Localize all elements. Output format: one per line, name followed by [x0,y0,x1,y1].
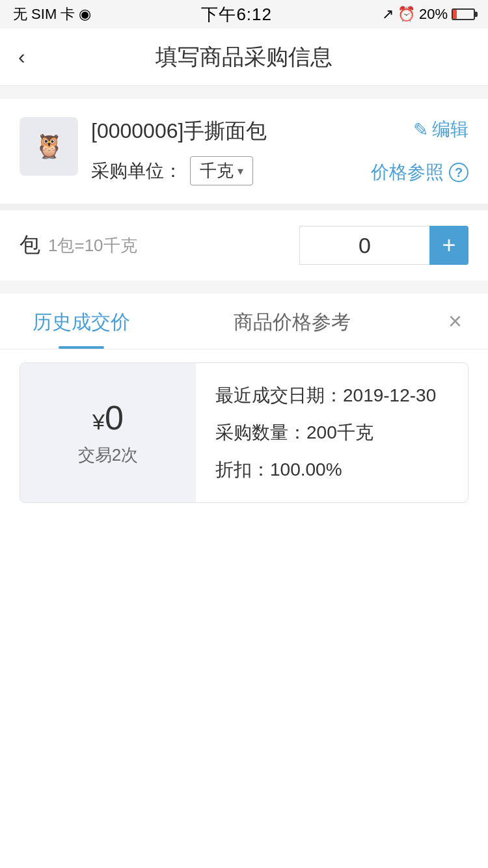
product-logo-icon: 🦉 [34,133,64,160]
history-card-wrapper: ¥0 交易2次 最近成交日期：2019-12-30 采购数量：200千克 折扣：… [0,349,488,516]
status-left: 无 SIM 卡 ◉ [13,5,91,24]
history-price-display: ¥0 [92,398,124,437]
quantity-plus-button[interactable]: + [429,226,468,265]
product-image: 🦉 [20,117,78,176]
edit-button[interactable]: ✎ 编辑 [413,117,468,142]
status-bar: 无 SIM 卡 ◉ 下午6:12 ↗ ⏰ 20% [0,0,488,29]
tab-history-price[interactable]: 历史成交价 [20,293,143,349]
recent-date-label: 最近成交日期： [215,385,343,405]
back-button[interactable]: ‹ [18,45,25,69]
recent-date-value: 2019-12-30 [343,385,436,405]
history-price-left: ¥0 交易2次 [20,363,196,502]
price-value: 0 [105,399,124,437]
currency-symbol: ¥ [92,409,105,434]
quantity-input-group: + [299,226,468,265]
price-ref-button[interactable]: 价格参照 [371,160,444,185]
product-header: 🦉 [0000006]手撕面包 采购单位： 千克 ▾ ✎ 编辑 价格参照 [20,117,468,185]
status-time: 下午6:12 [201,3,272,26]
quantity-conversion: 1包=10千克 [48,234,137,257]
battery-percent: 20% [419,6,448,23]
main-content-area [0,516,488,868]
product-info: [0000006]手撕面包 采购单位： 千克 ▾ [91,117,267,185]
battery-icon [452,8,475,20]
edit-label: 编辑 [432,117,468,142]
history-details-right: 最近成交日期：2019-12-30 采购数量：200千克 折扣：100.00% [196,363,468,502]
location-icon: ↗ [382,6,394,23]
history-card: ¥0 交易2次 最近成交日期：2019-12-30 采购数量：200千克 折扣：… [20,362,468,503]
unit-label: 采购单位： [91,159,182,183]
product-name: [0000006]手撕面包 [91,117,267,146]
purchase-qty-value: 200千克 [306,422,373,442]
recent-date-line: 最近成交日期：2019-12-30 [215,383,448,408]
purchase-qty-label: 采购数量： [215,422,306,442]
quantity-left: 包 1包=10千克 [20,231,137,260]
quantity-input[interactable] [299,226,429,265]
alarm-icon: ⏰ [398,6,415,23]
unit-dropdown[interactable]: 千克 ▾ [190,156,253,185]
discount-line: 折扣：100.00% [215,457,448,482]
product-unit-row: 采购单位： 千克 ▾ [91,156,267,185]
price-ref-row: 价格参照 ? [371,160,468,185]
page-title: 填写商品采购信息 [156,42,332,72]
tab-close-button[interactable]: × [442,308,468,335]
tab-product-price-ref[interactable]: 商品价格参考 [221,293,364,349]
discount-label: 折扣： [215,459,270,480]
quantity-row: 包 1包=10千克 + [0,210,488,280]
product-left: 🦉 [0000006]手撕面包 采购单位： 千克 ▾ [20,117,267,185]
nav-bar: ‹ 填写商品采购信息 [0,29,488,86]
section-divider [0,204,488,210]
tabs-header: 历史成交价 商品价格参考 × [0,293,488,349]
transaction-count: 交易2次 [78,444,138,467]
product-card: 🦉 [0000006]手撕面包 采购单位： 千克 ▾ ✎ 编辑 价格参照 [0,99,488,204]
discount-value: 100.00% [270,459,342,480]
chevron-down-icon: ▾ [237,164,243,178]
tabs-section: 历史成交价 商品价格参考 × ¥0 交易2次 最近成交日期：2019-12-30… [0,293,488,516]
quantity-unit-badge: 包 [20,231,40,260]
purchase-qty-line: 采购数量：200千克 [215,420,448,445]
unit-value: 千克 [200,159,234,182]
sim-signal: 无 SIM 卡 ◉ [13,5,91,24]
status-right: ↗ ⏰ 20% [382,6,475,23]
edit-icon: ✎ [413,119,428,141]
help-icon[interactable]: ? [449,163,468,182]
